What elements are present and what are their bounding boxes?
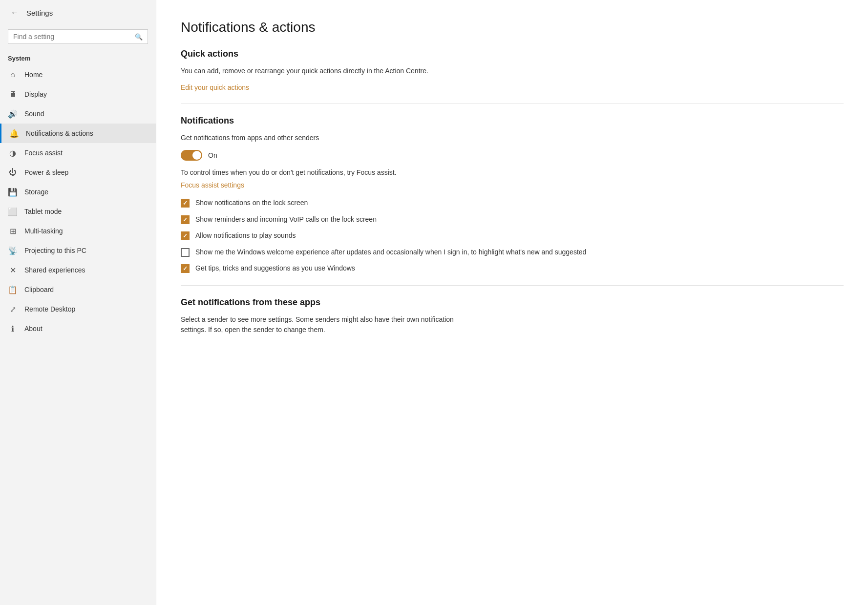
checkbox-item-voip-reminders: ✓Show reminders and incoming VoIP calls …	[181, 215, 844, 225]
sidebar-item-clipboard[interactable]: 📋 Clipboard	[0, 280, 156, 299]
nav-list: ⌂ Home 🖥 Display 🔊 Sound 🔔 Notifications…	[0, 65, 156, 338]
home-icon: ⌂	[8, 70, 18, 80]
multi-tasking-icon: ⊞	[8, 226, 18, 236]
edit-quick-actions-link[interactable]: Edit your quick actions	[181, 83, 249, 91]
checkbox-label-lock-screen-notifs: Show notifications on the lock screen	[195, 198, 308, 208]
focus-assist-settings-link[interactable]: Focus assist settings	[181, 181, 244, 189]
checkbox-label-tips-tricks: Get tips, tricks and suggestions as you …	[195, 264, 355, 273]
display-icon: 🖥	[8, 89, 18, 99]
checkmark-icon: ✓	[183, 216, 188, 223]
search-box: 🔍	[8, 29, 148, 44]
checkbox-notification-sounds[interactable]: ✓	[181, 231, 190, 240]
notifications-toggle-label: Get notifications from apps and other se…	[181, 133, 474, 143]
sidebar-item-label-about: About	[24, 325, 42, 333]
checkbox-tips-tricks[interactable]: ✓	[181, 264, 190, 273]
projecting-icon: 📡	[8, 246, 18, 255]
checkbox-item-windows-welcome: Show me the Windows welcome experience a…	[181, 248, 844, 257]
tablet-mode-icon: ⬜	[8, 207, 18, 216]
sidebar-item-label-focus-assist: Focus assist	[24, 149, 63, 157]
notifications-toggle-row: On	[181, 150, 844, 161]
remote-desktop-icon: ⤢	[8, 304, 18, 314]
sidebar: ← Settings 🔍 System ⌂ Home 🖥 Display 🔊 S…	[0, 0, 156, 605]
search-input[interactable]	[13, 33, 131, 41]
page-title: Notifications & actions	[181, 20, 844, 35]
focus-assist-icon: ◑	[8, 148, 18, 158]
sidebar-item-label-tablet-mode: Tablet mode	[24, 208, 62, 215]
sidebar-item-storage[interactable]: 💾 Storage	[0, 182, 156, 202]
checkbox-item-notification-sounds: ✓Allow notifications to play sounds	[181, 231, 844, 241]
checkbox-windows-welcome[interactable]	[181, 248, 190, 257]
checkbox-label-notification-sounds: Allow notifications to play sounds	[195, 231, 296, 241]
power-sleep-icon: ⏻	[8, 167, 18, 177]
quick-actions-description: You can add, remove or rearrange your qu…	[181, 66, 474, 76]
sidebar-item-tablet-mode[interactable]: ⬜ Tablet mode	[0, 202, 156, 221]
sidebar-item-remote-desktop[interactable]: ⤢ Remote Desktop	[0, 299, 156, 319]
quick-actions-title: Quick actions	[181, 49, 844, 59]
sidebar-item-label-shared-experiences: Shared experiences	[24, 266, 85, 274]
checkboxes-container: ✓Show notifications on the lock screen✓S…	[181, 198, 844, 273]
sidebar-item-display[interactable]: 🖥 Display	[0, 84, 156, 104]
sidebar-item-label-multi-tasking: Multi-tasking	[24, 227, 63, 235]
sidebar-title: Settings	[26, 9, 53, 17]
clipboard-icon: 📋	[8, 285, 18, 294]
system-section-label: System	[0, 50, 156, 65]
sidebar-item-home[interactable]: ⌂ Home	[0, 65, 156, 84]
notifications-toggle[interactable]	[181, 150, 202, 161]
sidebar-item-label-notifications: Notifications & actions	[26, 129, 93, 137]
sidebar-item-label-clipboard: Clipboard	[24, 286, 54, 293]
sidebar-item-about[interactable]: ℹ About	[0, 319, 156, 338]
checkbox-lock-screen-notifs[interactable]: ✓	[181, 199, 190, 208]
sidebar-item-label-storage: Storage	[24, 188, 48, 196]
toggle-knob	[192, 151, 201, 160]
checkmark-icon: ✓	[183, 232, 188, 239]
sidebar-item-label-sound: Sound	[24, 110, 44, 118]
checkmark-icon: ✓	[183, 265, 188, 272]
search-container: 🔍	[0, 25, 156, 50]
sidebar-item-multi-tasking[interactable]: ⊞ Multi-tasking	[0, 221, 156, 241]
checkbox-item-tips-tricks: ✓Get tips, tricks and suggestions as you…	[181, 264, 844, 273]
notifications-section-title: Notifications	[181, 116, 844, 126]
sidebar-item-label-projecting: Projecting to this PC	[24, 247, 86, 254]
sound-icon: 🔊	[8, 109, 18, 119]
focus-assist-description: To control times when you do or don't ge…	[181, 167, 474, 178]
shared-experiences-icon: ✕	[8, 265, 18, 275]
checkmark-icon: ✓	[183, 200, 188, 207]
back-button[interactable]: ←	[8, 6, 21, 20]
back-icon: ←	[11, 8, 19, 17]
sidebar-item-label-display: Display	[24, 90, 47, 98]
checkbox-item-lock-screen-notifs: ✓Show notifications on the lock screen	[181, 198, 844, 208]
sidebar-item-label-home: Home	[24, 71, 42, 79]
about-icon: ℹ	[8, 324, 18, 334]
sidebar-item-focus-assist[interactable]: ◑ Focus assist	[0, 143, 156, 163]
sidebar-item-sound[interactable]: 🔊 Sound	[0, 104, 156, 124]
toggle-state-label: On	[208, 151, 217, 159]
divider-1	[181, 104, 844, 104]
checkbox-label-windows-welcome: Show me the Windows welcome experience a…	[195, 248, 586, 257]
main-content: Notifications & actions Quick actions Yo…	[156, 0, 868, 605]
notifications-icon: 🔔	[9, 128, 19, 138]
sidebar-item-shared-experiences[interactable]: ✕ Shared experiences	[0, 260, 156, 280]
checkbox-voip-reminders[interactable]: ✓	[181, 215, 190, 224]
sidebar-item-projecting[interactable]: 📡 Projecting to this PC	[0, 241, 156, 260]
sidebar-item-power-sleep[interactable]: ⏻ Power & sleep	[0, 163, 156, 182]
search-icon: 🔍	[135, 33, 143, 41]
sidebar-item-label-power-sleep: Power & sleep	[24, 168, 68, 176]
sidebar-item-label-remote-desktop: Remote Desktop	[24, 305, 75, 313]
sidebar-item-notifications[interactable]: 🔔 Notifications & actions	[0, 124, 156, 143]
checkbox-label-voip-reminders: Show reminders and incoming VoIP calls o…	[195, 215, 377, 225]
storage-icon: 💾	[8, 187, 18, 197]
sidebar-header: ← Settings	[0, 0, 156, 25]
app-notifications-title: Get notifications from these apps	[181, 297, 844, 308]
divider-2	[181, 285, 844, 286]
app-notifications-description: Select a sender to see more settings. So…	[181, 314, 474, 335]
